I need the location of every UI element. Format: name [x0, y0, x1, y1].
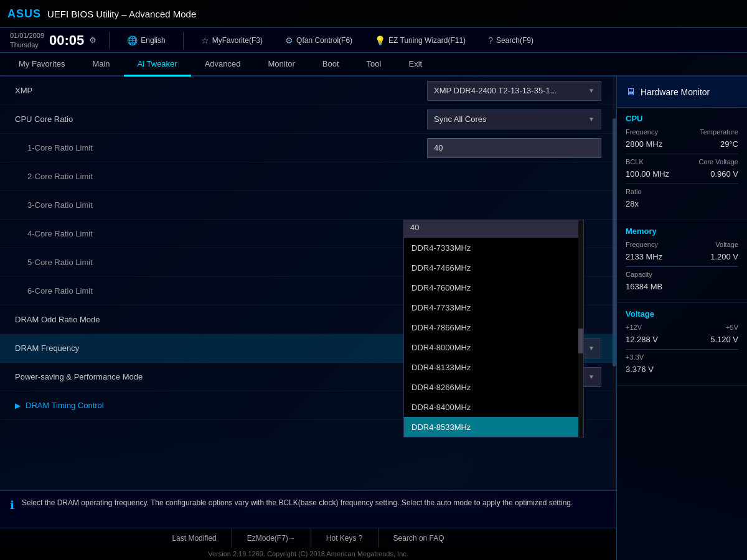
dropdown-item-5[interactable]: DDR4-8000MHz [404, 337, 583, 357]
power-saving-label: Power-saving & Performance Mode [15, 372, 427, 381]
search-button[interactable]: ? Search(F9) [483, 33, 538, 48]
last-modified-button[interactable]: Last Modified [157, 528, 232, 548]
tab-monitor[interactable]: Monitor [255, 53, 309, 77]
eztuning-button[interactable]: 💡 EZ Tuning Wizard(F11) [370, 33, 471, 48]
tab-ai-tweaker[interactable]: Ai Tweaker [124, 53, 191, 77]
cpu-core-ratio-row: CPU Core Ratio Sync All Cores [0, 105, 616, 134]
settings-gear-icon[interactable]: ⚙ [89, 35, 96, 45]
search-label: Search(F9) [496, 36, 533, 45]
info-icon: ℹ [10, 498, 14, 512]
cpu-core-ratio-label: CPU Core Ratio [15, 114, 427, 124]
v33-label-row: +3.3V [626, 353, 738, 361]
core3-label: 3-Core Ratio Limit [15, 200, 601, 210]
info-text: Select the DRAM operating frequency. The… [22, 497, 573, 508]
core3-row: 3-Core Ratio Limit [0, 191, 616, 220]
core1-number: 40 [434, 143, 443, 152]
header: ASUS UEFI BIOS Utility – Advanced Mode [0, 0, 747, 28]
dram-timing-label: DRAM Timing Control [26, 401, 104, 410]
globe-icon: 🌐 [127, 35, 138, 45]
dropdown-current-val: 40 [404, 220, 583, 238]
bottom-bar: Last Modified EzMode(F7)→ Hot Keys ? Sea… [0, 528, 616, 548]
xmp-label: XMP [15, 86, 427, 95]
cpu-freq-val-row: 2800 MHz 29°C [626, 139, 738, 150]
search-icon: ? [488, 35, 493, 45]
mem-freq-val-row: 2133 MHz 1.200 V [626, 252, 738, 263]
hw-divider-2 [626, 184, 738, 184]
dropdown-item-7[interactable]: DDR4-8266MHz [404, 377, 583, 397]
v12-val-row: 12.288 V 5.120 V [626, 335, 738, 345]
dropdown-scrollbar[interactable] [578, 220, 583, 437]
dropdown-item-4[interactable]: DDR4-7866MHz [404, 317, 583, 337]
bclk-row: BCLK Core Voltage [626, 158, 738, 166]
dropdown-item-3[interactable]: DDR4-7733MHz [404, 297, 583, 317]
tab-main[interactable]: Main [78, 53, 123, 77]
tab-tool[interactable]: Tool [353, 53, 395, 77]
ratio-label-row: Ratio [626, 188, 738, 195]
monitor-icon: 🖥 [626, 86, 636, 98]
cpu-core-ratio-dropdown[interactable]: Sync All Cores [427, 110, 601, 129]
dropdown-item-8[interactable]: DDR4-8400MHz [404, 397, 583, 417]
dropdown-item-2[interactable]: DDR4-7600MHz [404, 278, 583, 297]
ez-mode-button[interactable]: EzMode(F7)→ [232, 528, 311, 548]
hw-monitor-title: Hardware Monitor [641, 87, 710, 97]
capacity-label: Capacity [626, 271, 652, 278]
cpu-temp-value: 29°C [720, 139, 738, 149]
dropdown-scrollbar-thumb[interactable] [578, 329, 583, 353]
xmp-row: XMP XMP DDR4-2400 T2-13-13-35-1... [0, 77, 616, 105]
bclk-label: BCLK [626, 158, 644, 166]
v33-label: +3.3V [626, 353, 644, 361]
mem-freq-value: 2133 MHz [626, 252, 662, 261]
tab-boot[interactable]: Boot [309, 53, 353, 77]
dropdown-item-9[interactable]: DDR4-8533MHz [404, 417, 583, 437]
core1-value[interactable]: 40 [427, 138, 601, 158]
ratio-val-row: 28x [626, 199, 738, 210]
v33-value: 3.376 V [626, 365, 654, 374]
tab-exit[interactable]: Exit [395, 53, 436, 77]
hardware-monitor-panel: 🖥 Hardware Monitor CPU Frequency Tempera… [616, 77, 747, 560]
tab-my-favorites[interactable]: My Favorites [5, 53, 78, 77]
mem-volt-value: 1.200 V [710, 252, 738, 261]
core1-row: 1-Core Ratio Limit 40 [0, 134, 616, 162]
eztuning-label: EZ Tuning Wizard(F11) [388, 36, 466, 45]
myfavorite-label: MyFavorite(F3) [212, 36, 263, 45]
voltage-section: Voltage +12V +5V 12.288 V 5.120 V +3.3V … [617, 303, 747, 386]
ratio-label: Ratio [626, 188, 642, 195]
cpu-freq-label: Frequency [626, 128, 658, 136]
qfan-label: Qfan Control(F6) [296, 36, 352, 45]
v5-label: +5V [726, 324, 738, 331]
chevron-right-icon: ▶ [15, 401, 21, 410]
date-line2: Thursday [10, 40, 44, 49]
core-volt-value: 0.960 V [710, 169, 738, 179]
toolbar-divider-2 [183, 32, 184, 49]
mem-freq-label-row: Frequency Voltage [626, 241, 738, 248]
capacity-label-row: Capacity [626, 271, 738, 278]
language-button[interactable]: 🌐 English [122, 33, 170, 48]
core1-label: 1-Core Ratio Limit [15, 143, 427, 152]
hw-monitor-header: 🖥 Hardware Monitor [617, 77, 747, 108]
xmp-dropdown[interactable]: XMP DDR4-2400 T2-13-13-35-1... [427, 81, 601, 101]
memory-section-title: Memory [626, 226, 738, 236]
qfan-button[interactable]: ⚙ Qfan Control(F6) [280, 33, 357, 48]
hw-divider-3 [626, 266, 738, 267]
core2-label: 2-Core Ratio Limit [15, 172, 601, 181]
ratio-value: 28x [626, 199, 639, 208]
cpu-freq-value: 2800 MHz [626, 139, 662, 149]
bclk-val-row: 100.00 MHz 0.960 V [626, 169, 738, 180]
hot-keys-button[interactable]: Hot Keys ? [311, 528, 378, 548]
myfavorite-button[interactable]: ☆ MyFavorite(F3) [196, 33, 268, 48]
dropdown-item-6[interactable]: DDR4-8133MHz [404, 357, 583, 377]
mem-volt-label: Voltage [715, 241, 738, 248]
v12-value: 12.288 V [626, 335, 658, 344]
dropdown-item-0[interactable]: DDR4-7333MHz [404, 238, 583, 258]
search-faq-button[interactable]: Search on FAQ [378, 528, 459, 548]
dram-freq-label: DRAM Frequency [15, 343, 427, 353]
asus-logo: ASUS [7, 7, 41, 21]
toolbar-divider-1 [109, 32, 110, 49]
cpu-temp-label: Temperature [700, 128, 738, 136]
version-bar: Version 2.19.1269. Copyright (C) 2018 Am… [0, 548, 616, 560]
clock-time: 00:05 [49, 32, 84, 49]
hw-divider-1 [626, 154, 738, 154]
tab-advanced[interactable]: Advanced [191, 53, 255, 77]
toolbar: 01/01/2009 Thursday 00:05 ⚙ 🌐 English ☆ … [0, 28, 747, 53]
dropdown-item-1[interactable]: DDR4-7466MHz [404, 258, 583, 278]
